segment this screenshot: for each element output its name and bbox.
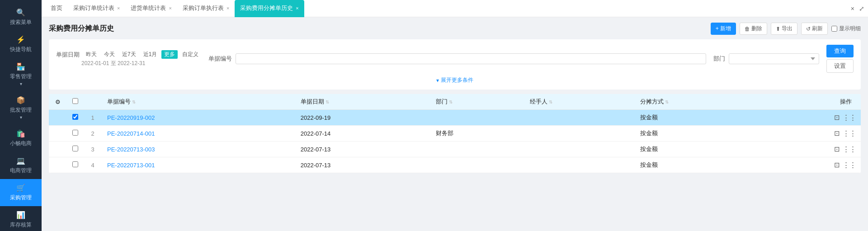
sort-icon: ⇅: [665, 99, 669, 104]
sidebar-item-wholesale[interactable]: 📦 批发管理 ▾: [0, 91, 42, 125]
more-icon[interactable]: ⋮⋮: [843, 161, 856, 169]
row-num: 3: [84, 141, 102, 157]
tab-close-icon[interactable]: ×: [296, 5, 298, 11]
sort-date[interactable]: 单据日期 ⇅: [301, 98, 329, 106]
view-icon[interactable]: ⊡: [834, 113, 840, 122]
row-split-method: 按金额: [635, 157, 816, 173]
tab-purchase-order-exec[interactable]: 采购订单执行表 ×: [177, 0, 235, 17]
date-tag-custom[interactable]: 自定义: [179, 50, 201, 59]
expand-row: ▾ 展开更多条件: [56, 76, 854, 84]
row-dept: [430, 110, 524, 126]
date-tag-more[interactable]: 更多: [161, 50, 178, 59]
date-tag-today[interactable]: 今天: [101, 50, 118, 59]
data-table: ⚙ 单据编号 ⇅: [49, 94, 861, 173]
date-tag-7days[interactable]: 近7天: [119, 50, 139, 59]
row-check[interactable]: [67, 141, 84, 157]
row-actions: ⊡ ⋮⋮: [816, 110, 861, 126]
gear-icon[interactable]: ⚙: [55, 99, 61, 105]
expand-button[interactable]: ▾ 展开更多条件: [436, 76, 473, 84]
row-order-no[interactable]: PE-20220713-001: [102, 157, 295, 173]
page-content: 采购费用分摊单历史 + 新增 🗑 删除 ⬆ 导出 ↺ 刷新 显示明细: [42, 17, 868, 231]
view-icon[interactable]: ⊡: [834, 129, 840, 137]
row-checkbox[interactable]: [72, 114, 78, 120]
refresh-button[interactable]: ↺ 刷新: [801, 23, 828, 35]
th-check: [67, 94, 84, 110]
minimize-icon[interactable]: ×: [851, 5, 854, 12]
date-tag-1month[interactable]: 近1月: [141, 50, 160, 59]
more-icon[interactable]: ⋮⋮: [843, 113, 856, 122]
row-dept: [430, 157, 524, 173]
row-num: 1: [84, 110, 102, 126]
tabs-right-controls: × ⤢: [851, 5, 864, 12]
row-date: 2022-09-19: [295, 110, 430, 126]
sidebar-item-quick-nav[interactable]: ⚡ 快捷导航: [0, 31, 42, 58]
sidebar-item-purchase[interactable]: 🛒 采购管理: [0, 179, 42, 206]
tab-close-icon[interactable]: ×: [117, 5, 120, 11]
sort-icon: ⇅: [549, 99, 552, 104]
sidebar-item-search[interactable]: 🔍 搜索菜单: [0, 4, 42, 31]
ecommerce-icon: 💻: [16, 157, 25, 165]
search-icon: 🔍: [16, 9, 25, 16]
row-check[interactable]: [67, 126, 84, 141]
show-detail-checkbox[interactable]: 显示明细: [831, 25, 861, 33]
sidebar-item-inventory[interactable]: 📊 库存核算: [0, 206, 42, 231]
settings-button[interactable]: 设置: [826, 59, 854, 73]
tab-purchase-fee-split[interactable]: 采购费用分摊单历史 ×: [235, 0, 304, 17]
sidebar-item-mini-shop[interactable]: 🛍️ 小畅电商: [0, 125, 42, 152]
order-no-label: 单据编号: [208, 55, 232, 63]
page-header: 采购费用分摊单历史 + 新增 🗑 删除 ⬆ 导出 ↺ 刷新 显示明细: [49, 23, 861, 35]
delete-button[interactable]: 🗑 删除: [740, 23, 767, 35]
export-icon: ⬆: [776, 26, 780, 32]
row-dept: 财务部: [430, 126, 524, 141]
sidebar: 🔍 搜索菜单 ⚡ 快捷导航 🏪 零售管理 ▾ 📦 批发管理 ▾ 🛍️ 小畅电商 …: [0, 0, 42, 231]
sidebar-item-retail[interactable]: 🏪 零售管理 ▾: [0, 58, 42, 91]
order-no-input[interactable]: [236, 53, 706, 64]
tab-label: 采购订单统计表: [73, 4, 114, 12]
maximize-icon[interactable]: ⤢: [859, 5, 864, 12]
show-detail-input[interactable]: [831, 26, 837, 32]
tab-purchase-receipt-stat[interactable]: 进货单统计表 ×: [125, 0, 177, 17]
view-icon[interactable]: ⊡: [834, 145, 840, 153]
row-checkbox[interactable]: [72, 161, 78, 167]
dept-select[interactable]: [729, 53, 819, 64]
sort-order-no[interactable]: 单据编号 ⇅: [107, 98, 136, 106]
row-checkbox[interactable]: [72, 130, 78, 136]
row-handler: [524, 157, 635, 173]
sort-dept[interactable]: 部门 ⇅: [436, 98, 453, 106]
tab-close-icon[interactable]: ×: [169, 5, 171, 11]
th-dept: 部门 ⇅: [430, 94, 524, 110]
row-actions: ⊡ ⋮⋮: [816, 126, 861, 141]
dept-filter-label: 部门: [713, 55, 725, 63]
row-order-no[interactable]: PE-20220714-001: [102, 126, 295, 141]
more-icon[interactable]: ⋮⋮: [843, 145, 856, 153]
export-button[interactable]: ⬆ 导出: [771, 23, 797, 35]
tab-home[interactable]: 首页: [45, 0, 68, 17]
refresh-icon: ↺: [806, 26, 811, 32]
row-order-no[interactable]: PE-20220919-002: [102, 110, 295, 126]
tabs-bar: 首页 采购订单统计表 × 进货单统计表 × 采购订单执行表 × 采购费用分摊单历…: [42, 0, 868, 17]
select-all-checkbox[interactable]: [72, 98, 78, 104]
row-checkbox[interactable]: [72, 146, 78, 151]
view-icon[interactable]: ⊡: [834, 161, 840, 169]
add-button[interactable]: + 新增: [711, 23, 736, 35]
sort-split-method[interactable]: 分摊方式 ⇅: [640, 98, 669, 106]
row-order-no[interactable]: PE-20220713-003: [102, 141, 295, 157]
filter-area: 单据日期 昨天 今天 近7天 近1月 更多 自定义 2022-01-01 至 2…: [49, 39, 861, 90]
row-date: 2022-07-14: [295, 126, 430, 141]
date-tag-yesterday[interactable]: 昨天: [83, 50, 99, 59]
row-check[interactable]: [67, 157, 84, 173]
row-check[interactable]: [67, 110, 84, 126]
tab-close-icon[interactable]: ×: [226, 5, 229, 11]
tab-purchase-order-stat[interactable]: 采购订单统计表 ×: [68, 0, 125, 17]
chevron-down-icon: ▾: [20, 115, 22, 120]
tab-label: 首页: [51, 4, 62, 12]
sidebar-item-label: 库存核算: [2, 221, 40, 229]
query-button[interactable]: 查询: [826, 45, 854, 57]
more-icon[interactable]: ⋮⋮: [843, 129, 856, 137]
sort-handler[interactable]: 经手人 ⇅: [530, 98, 552, 106]
page-title: 采购费用分摊单历史: [49, 24, 114, 33]
expand-label: 展开更多条件: [441, 76, 473, 84]
sidebar-item-ecommerce[interactable]: 💻 电商管理: [0, 152, 42, 179]
sidebar-item-label: 采购管理: [2, 194, 40, 202]
sidebar-item-label: 快捷导航: [2, 46, 40, 53]
